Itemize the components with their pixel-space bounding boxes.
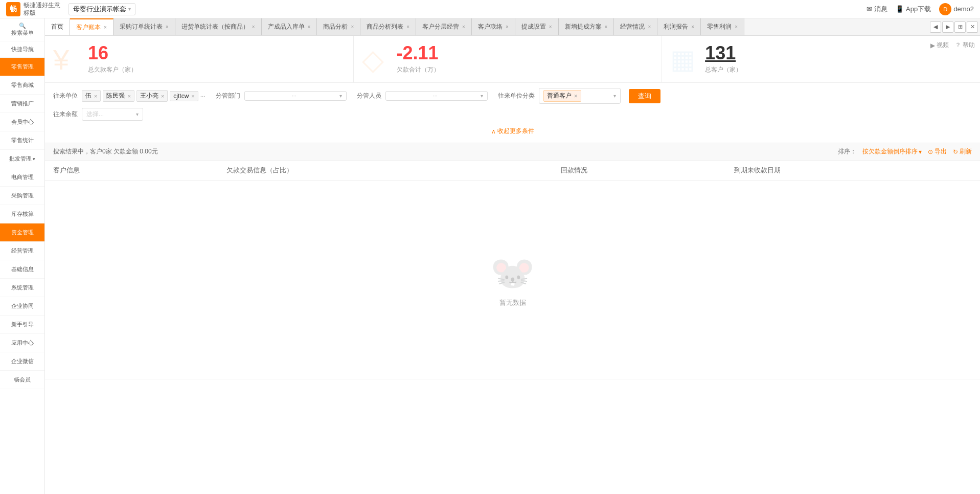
app-download-button[interactable]: 📱 App下载 (896, 5, 931, 14)
tab-customer-contact[interactable]: 客户联络 × (472, 18, 515, 36)
help-area: ▶ 视频 ？ 帮助 (930, 41, 975, 50)
tab-close-icon[interactable]: × (406, 24, 409, 30)
tab-product-in[interactable]: 产成品入库单 × (262, 18, 317, 36)
dept-filter-select[interactable]: ··· ▾ (244, 91, 347, 101)
top-bar: 畅 畅捷通好生意 标版 母婴行业演示帐套 ▾ ✉ 消息 📱 App下载 D de… (0, 0, 980, 18)
sidebar-item-ops[interactable]: 经营管理 (0, 242, 44, 260)
download-icon: 📱 (896, 5, 904, 13)
user-menu[interactable]: D demo2 (939, 3, 974, 15)
stat-value-3: 131 (705, 44, 742, 62)
sidebar: 🔍 搜索菜单 快捷导航 零售管理 零售商城 营销推广 会员中心 零售统计 批发管… (0, 18, 45, 494)
sidebar-item-mkt-promo[interactable]: 营销推广 (0, 95, 44, 113)
tag-close-wang[interactable]: × (161, 93, 164, 99)
stat-value-2: -2.11 (397, 44, 440, 62)
tab-product-analysis-list[interactable]: 商品分析列表 × (360, 18, 416, 36)
tab-bar-controls: ◀ ▶ ⊞ ✕ (930, 21, 980, 33)
tab-customers[interactable]: 客户账本 × (70, 18, 113, 36)
tag-close-cjttcw[interactable]: × (191, 93, 194, 99)
person-more-icon: ··· (433, 93, 437, 99)
stat-all-customers: ▦ 131 总客户（家） ▶ 视频 ？ 帮助 (662, 36, 980, 82)
tab-close-icon[interactable]: × (351, 24, 354, 30)
video-icon: ▶ (930, 42, 935, 49)
sidebar-item-enterprise-coop[interactable]: 企业协同 (0, 297, 44, 316)
col-customer-info: 客户信息 (45, 161, 218, 181)
chevron-up-icon: ∧ (491, 128, 496, 135)
unit-class-filter-select[interactable]: 普通客户 × ▾ (539, 88, 621, 104)
video-help-button[interactable]: ▶ 视频 (930, 41, 949, 50)
tab-product-analysis[interactable]: 商品分析 × (317, 18, 360, 36)
results-bar: 搜索结果中，客户0家 欠款金额 0.00元 排序： 按欠款金额倒序排序 ▾ ⊙ … (45, 143, 980, 161)
sidebar-item-vip[interactable]: 畅会员 (0, 371, 44, 389)
tab-close-icon[interactable]: × (506, 24, 509, 30)
tab-close-icon[interactable]: × (648, 24, 651, 30)
tab-close-icon[interactable]: × (462, 24, 465, 30)
filter-tag-chen: 陈民强 × (103, 90, 134, 102)
sort-label: 排序： (838, 147, 856, 156)
tab-stock-stats[interactable]: 进货单统计表（按商品） × (175, 18, 262, 36)
empty-state-row: 🐭 暂无数据 (45, 181, 980, 379)
balance-filter-label: 往来余额 (53, 110, 78, 119)
stat-text-2: -2.11 欠款合计（万） (397, 44, 440, 74)
sidebar-item-enterprise-wechat[interactable]: 企业微信 (0, 352, 44, 371)
tab-close-icon[interactable]: × (549, 24, 552, 30)
tab-raise-settings[interactable]: 提成设置 × (515, 18, 559, 36)
tag-close-normal-customer[interactable]: × (574, 93, 578, 100)
chevron-down-icon: ▾ (128, 6, 131, 12)
sidebar-item-wholesale[interactable]: 批发管理 ▾ (0, 150, 44, 168)
tab-new-raise[interactable]: 新增提成方案 × (559, 18, 614, 36)
tab-profit-report[interactable]: 利润报告 × (657, 18, 701, 36)
tab-expand-button[interactable]: ⊞ (954, 21, 966, 33)
sort-select[interactable]: 按欠款金额倒序排序 ▾ (862, 147, 922, 156)
tab-close-icon[interactable]: × (166, 24, 169, 30)
sidebar-item-search[interactable]: 🔍 搜索菜单 (0, 18, 44, 41)
tab-operations[interactable]: 经营情况 × (614, 18, 657, 36)
sidebar-item-member-center[interactable]: 会员中心 (0, 113, 44, 131)
query-button[interactable]: 查询 (629, 89, 660, 103)
tab-close-icon[interactable]: × (252, 24, 255, 30)
collapse-button[interactable]: ∧ 收起更多条件 (491, 125, 534, 138)
tab-close-icon[interactable]: × (691, 24, 694, 30)
sidebar-item-basic-info[interactable]: 基础信息 (0, 260, 44, 279)
sidebar-item-ecommerce[interactable]: 电商管理 (0, 168, 44, 187)
message-button[interactable]: ✉ 消息 (867, 5, 887, 14)
balance-filter-input[interactable]: 选择... ▾ (82, 108, 143, 121)
results-text: 搜索结果中，客户0家 欠款金额 0.00元 (53, 147, 158, 156)
tag-close-wu[interactable]: × (94, 93, 97, 99)
tab-prev-button[interactable]: ◀ (930, 21, 941, 33)
tab-close-icon[interactable]: × (104, 25, 107, 30)
tab-customer-tier[interactable]: 客户分层经营 × (416, 18, 472, 36)
tab-close-icon[interactable]: × (308, 24, 311, 30)
tab-home[interactable]: 首页 (45, 18, 70, 36)
refresh-button[interactable]: ↻ 刷新 (953, 147, 972, 156)
tab-next-button[interactable]: ▶ (942, 21, 953, 33)
sidebar-item-retail-shop[interactable]: 零售商城 (0, 76, 44, 95)
sidebar-item-app-center[interactable]: 应用中心 (0, 334, 44, 352)
export-button[interactable]: ⊙ 导出 (928, 147, 947, 156)
empty-illustration: 🐭 (490, 252, 535, 294)
help-icon: ？ (955, 41, 961, 50)
person-chevron-icon: ▾ (481, 93, 483, 99)
sidebar-item-inventory[interactable]: 库存核算 (0, 205, 44, 223)
tab-close-all-button[interactable]: ✕ (967, 21, 978, 33)
sidebar-item-new-guide[interactable]: 新手引导 (0, 316, 44, 334)
empty-state: 🐭 暂无数据 (45, 211, 980, 348)
tab-close-icon[interactable]: × (605, 24, 608, 30)
tab-close-icon[interactable]: × (735, 24, 738, 30)
sidebar-item-retail-mgmt[interactable]: 零售管理 (0, 58, 44, 76)
person-filter-select[interactable]: ··· ▾ (385, 91, 488, 101)
help-button[interactable]: ？ 帮助 (955, 41, 975, 50)
sidebar-item-finance[interactable]: 资金管理 (0, 223, 44, 242)
sidebar-item-sys-mgmt[interactable]: 系统管理 (0, 279, 44, 297)
tab-purchase-order[interactable]: 采购订单统计表 × (113, 18, 175, 36)
sidebar-item-retail-stats[interactable]: 零售统计 (0, 131, 44, 150)
org-selector[interactable]: 母婴行业演示帐套 ▾ (69, 3, 135, 15)
stats-header: ¥ 16 总欠款客户（家） ◇ -2.11 欠款合计（万） ▦ (45, 36, 980, 83)
filter-row-2: 往来余额 选择... ▾ (53, 108, 972, 121)
sidebar-item-quick-nav[interactable]: 快捷导航 (0, 41, 44, 58)
message-icon: ✉ (867, 5, 872, 13)
sidebar-item-purchase[interactable]: 采购管理 (0, 187, 44, 205)
collapse-container: ∧ 收起更多条件 (53, 125, 972, 138)
filter-more-tags[interactable]: ··· (200, 93, 206, 100)
tag-close-chen[interactable]: × (127, 93, 130, 99)
tab-retail-profit[interactable]: 零售利润 × (701, 18, 744, 36)
